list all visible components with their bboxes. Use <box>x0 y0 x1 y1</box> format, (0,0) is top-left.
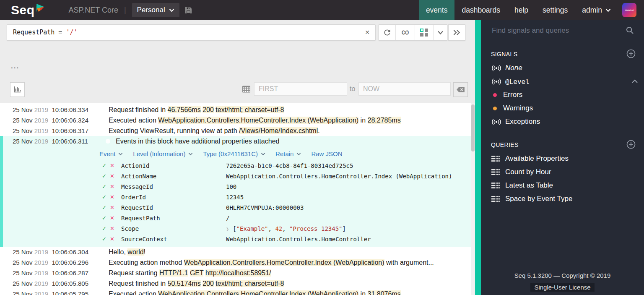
property-name: OrderId <box>121 194 226 201</box>
signal-sublabel: Warnings <box>503 104 533 112</box>
detail-tab-event[interactable]: Event <box>99 150 123 157</box>
message-value: WebApplication.Controllers.HomeControlle… <box>158 290 358 295</box>
exclude-filter-icon[interactable]: ✕ <box>110 215 121 221</box>
clear-range-button[interactable] <box>453 82 468 97</box>
sidebar-search-input[interactable] <box>491 23 618 39</box>
view-mode-dropdown[interactable] <box>434 25 447 40</box>
add-signal-button[interactable] <box>626 49 636 60</box>
sidebar-sections: SIGNALS None@LevelErrorsWarningsExceptio… <box>481 47 644 206</box>
clear-query-icon[interactable]: ✕ <box>365 25 370 40</box>
expander-icon[interactable]: ❯ <box>226 226 229 232</box>
nav-item-help[interactable]: help <box>507 0 535 20</box>
event-timestamp: 25 Nov 2019 10:06:05.795 <box>0 290 109 295</box>
range-start-input[interactable] <box>254 82 347 96</box>
message-text: in <box>358 117 367 124</box>
event-row[interactable]: 25 Nov 2019 10:06:06.296Executing action… <box>0 257 475 268</box>
exclude-filter-icon[interactable]: ✕ <box>110 173 121 179</box>
detail-tab-level-information-[interactable]: Level (Information) <box>133 150 193 157</box>
event-row[interactable]: 25 Nov 2019 10:06:06.334Request finished… <box>0 104 475 115</box>
view-mode-button[interactable] <box>415 25 434 40</box>
tail-button[interactable]: ∞ <box>396 25 415 40</box>
exclude-filter-icon[interactable]: ✕ <box>110 162 121 169</box>
user-avatar[interactable]: datalust <box>622 3 636 17</box>
detail-tab-label: Level (Information) <box>133 150 185 157</box>
signal-icon <box>491 78 505 85</box>
query-item-count-by-hour[interactable]: Count by Hour <box>481 165 644 179</box>
signal-item-exceptions[interactable]: Exceptions <box>481 115 644 128</box>
level-dot-icon <box>106 139 110 144</box>
event-row[interactable]: 25 Nov 2019 10:06:05.805Request finished… <box>0 278 475 289</box>
exclude-filter-icon[interactable]: ✕ <box>110 204 121 211</box>
add-query-button[interactable] <box>626 140 636 150</box>
message-value: world <box>127 248 143 256</box>
message-text: ! <box>144 248 145 256</box>
event-row[interactable]: 25 Nov 2019 10:06:06.324Executed action … <box>0 115 475 125</box>
event-message: Executed action WebApplication.Controlle… <box>109 290 475 295</box>
event-timestamp: 25 Nov 2019 10:06:06.304 <box>0 248 109 256</box>
message-text: Request finished in <box>109 280 168 287</box>
event-row[interactable]: 25 Nov 2019 10:06:06.304Hello, world! <box>0 247 475 257</box>
skip-forward-button[interactable] <box>448 24 465 41</box>
event-message: Request finished in 50.5174ms 200 text/h… <box>109 280 475 287</box>
event-time: 10:06:06.287 <box>48 269 88 277</box>
event-row[interactable]: 25 Nov 2019 10:06:06.317Executing ViewRe… <box>0 125 475 136</box>
signal-subitem-warnings[interactable]: Warnings <box>481 102 644 115</box>
nav-separator: | <box>124 6 126 15</box>
sidebar-search <box>481 20 644 41</box>
signal-subitem-errors[interactable]: Errors <box>481 88 644 102</box>
message-text: Request starting <box>109 269 159 277</box>
signal-item-none[interactable]: None <box>481 61 644 75</box>
event-time: 10:06:06.304 <box>48 248 88 256</box>
seq-app: Seq ASP.NET Core | Personal <box>0 0 644 295</box>
event-message: Executing action method WebApplication.C… <box>109 259 475 266</box>
license-link[interactable]: Single-User License <box>530 283 594 292</box>
workspace-dropdown[interactable]: Personal <box>132 3 179 17</box>
message-value: text/html; charset=utf-8 <box>216 280 284 287</box>
event-row[interactable]: 25 Nov 2019 10:06:05.795Executed action … <box>0 289 475 295</box>
event-year: 2019 <box>34 259 48 266</box>
calendar-icon[interactable] <box>242 85 251 95</box>
nav-item-events[interactable]: events <box>419 0 455 20</box>
signal-item-level[interactable]: @Level <box>481 75 644 88</box>
event-timestamp: 25 Nov 2019 10:06:06.296 <box>0 259 109 266</box>
query-input[interactable]: RequestPath = '/' ✕ <box>7 24 376 41</box>
exclude-filter-icon[interactable]: ✕ <box>110 225 121 232</box>
query-item-space-by-event-type[interactable]: Space by Event Type <box>481 192 644 206</box>
include-filter-icon[interactable]: ✓ <box>102 162 110 169</box>
nav-item-settings[interactable]: settings <box>535 0 575 20</box>
include-filter-icon[interactable]: ✓ <box>102 183 110 190</box>
exclude-filter-icon[interactable]: ✕ <box>110 194 121 200</box>
property-value: WebApplication.Controllers.HomeControlle… <box>226 173 452 180</box>
event-row[interactable]: 25 Nov 2019 10:06:06.287Request starting… <box>0 268 475 278</box>
seq-logo[interactable]: Seq <box>11 1 44 19</box>
include-filter-icon[interactable]: ✓ <box>102 225 110 232</box>
nav-items: eventsdashboardshelpsettingsadmindatalus… <box>419 0 644 20</box>
property-name: ActionName <box>121 173 226 180</box>
detail-tab-retain[interactable]: Retain <box>275 150 301 157</box>
message-value: 200 <box>203 280 214 287</box>
selected-event-row[interactable]: 25 Nov 2019 10:06:06.311Events in this b… <box>3 136 475 146</box>
detail-tab-type-x-c-[interactable]: Type (0x2411631C) <box>203 150 265 157</box>
message-text: Executing action method <box>109 259 184 266</box>
expand-query-indicator[interactable]: ... <box>11 62 19 70</box>
scrollbar-thumb[interactable] <box>471 104 475 151</box>
exclude-filter-icon[interactable]: ✕ <box>110 236 121 242</box>
detail-tab-raw-json[interactable]: Raw JSON <box>311 150 342 157</box>
exclude-filter-icon[interactable]: ✕ <box>110 183 121 190</box>
range-end-input[interactable] <box>358 82 451 96</box>
value-text: 7262e65a-b1c0-4cb8-84f1-80314ed725c5 <box>226 162 353 169</box>
event-date: 25 Nov <box>13 138 34 145</box>
include-filter-icon[interactable]: ✓ <box>102 236 110 242</box>
nav-item-dashboards[interactable]: dashboards <box>454 0 507 20</box>
include-filter-icon[interactable]: ✓ <box>102 204 110 211</box>
collapse-signal-button[interactable] <box>631 79 638 84</box>
include-filter-icon[interactable]: ✓ <box>102 215 110 221</box>
nav-item-admin[interactable]: admin <box>575 0 618 20</box>
query-item-available-properties[interactable]: Available Properties <box>481 152 644 165</box>
save-icon[interactable] <box>185 7 192 14</box>
include-filter-icon[interactable]: ✓ <box>102 173 110 179</box>
include-filter-icon[interactable]: ✓ <box>102 194 110 200</box>
query-item-latest-as-table[interactable]: Latest as Table <box>481 179 644 192</box>
chart-toggle-button[interactable] <box>10 82 25 97</box>
refresh-button[interactable] <box>379 25 396 40</box>
